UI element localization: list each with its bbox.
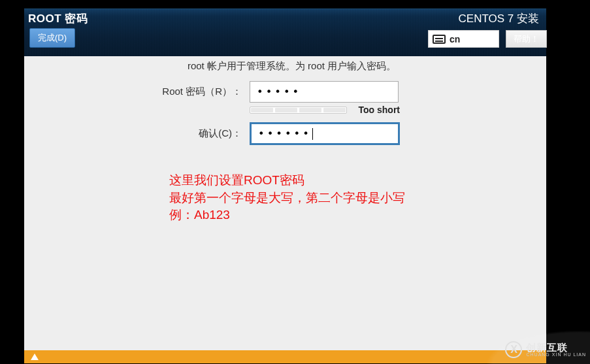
confirm-password-value: •••••• [258,127,312,140]
annotation-note: 这里我们设置ROOT密码 最好第一个字母是大写，第二个字母是小写 例：Ab123 [169,172,405,224]
annotation-line-1: 这里我们设置ROOT密码 [169,172,405,190]
confirm-password-input[interactable]: •••••• [250,122,400,145]
root-password-row: Root 密码（R）： ••••• [24,81,416,103]
root-password-label: Root 密码（R）： [24,86,250,98]
root-password-input[interactable]: ••••• [250,81,399,103]
password-strength-meter [250,107,347,114]
root-password-value: ••••• [257,86,301,98]
confirm-password-label: 确认(C)： [24,127,250,140]
keyboard-layout-text: cn [450,34,460,44]
content-area: root 帐户用于管理系统。为 root 用户输入密码。 Root 密码（R）：… [24,56,546,356]
password-strength-text: Too short [358,105,400,115]
keyboard-icon [433,35,446,44]
warning-bar [24,350,546,363]
instruction-text: root 帐户用于管理系统。为 root 用户输入密码。 [24,60,546,73]
annotation-line-2: 最好第一个字母是大写，第二个字母是小写 [169,190,405,207]
done-button[interactable]: 完成(D) [29,28,75,48]
header-bar: ROOT 密码 完成(D) CENTOS 7 安装 cn 帮助！ [24,8,546,56]
page-title: ROOT 密码 [28,11,88,26]
annotation-line-3: 例：Ab123 [169,207,405,224]
keyboard-layout-indicator[interactable]: cn [428,30,499,48]
installer-name-label: CENTOS 7 安装 [459,11,539,26]
text-cursor [312,128,313,140]
confirm-password-row: 确认(C)： •••••• [24,122,416,145]
help-button[interactable]: 帮助！ [506,30,547,48]
installer-window: ROOT 密码 完成(D) CENTOS 7 安装 cn 帮助！ root 帐户… [24,8,546,356]
password-strength-row: Too short [250,105,400,115]
warning-icon [31,354,39,360]
